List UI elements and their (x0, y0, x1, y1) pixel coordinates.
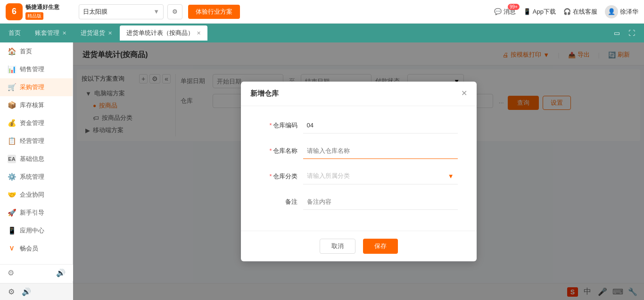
remark-row: 备注 (260, 194, 458, 210)
warehouse-code-row: 仓库编码 (260, 117, 458, 133)
modal-footer: 取消 保存 (241, 231, 477, 261)
warehouse-name-input[interactable] (303, 143, 458, 159)
tab-bar: 首页 账套管理 ✕ 进货退货 ✕ 进货单统计表（按商品） ✕ ▭ ⛶ (0, 24, 644, 42)
sidebar-item-apps[interactable]: 📱 应用中心 (0, 222, 73, 240)
sidebar-item-operations[interactable]: 📋 经营管理 (0, 132, 73, 150)
message-icon: 💬 (494, 8, 502, 15)
category-select-arrow-icon: ▼ (448, 173, 454, 180)
dropdown-arrow-icon: ▼ (153, 8, 159, 15)
apps-icon: 📱 (8, 226, 16, 235)
warehouse-name-label: 仓库名称 (260, 147, 297, 155)
top-header: 6 畅捷通好生意 精品版 日太阳膜 ▼ ⚙ 体验行业方案 💬 消息 99+ 📱 … (0, 0, 644, 24)
logo-icon: 6 (6, 3, 23, 20)
warehouse-category-row: 仓库分类 请输入所属分类 ▼ (260, 168, 458, 184)
tab-home[interactable]: 首页 (2, 25, 27, 41)
header-right: 💬 消息 99+ 📱 App下载 🎧 在线客服 👤 徐泽华 (494, 5, 638, 18)
main-layout: 🏠 首页 📊 销售管理 🛒 采购管理 📦 库存核算 💰 资金管理 📋 经营管理 … (0, 42, 644, 300)
purchase-icon: 🛒 (8, 83, 16, 92)
experience-button[interactable]: 体验行业方案 (188, 5, 240, 19)
sidebar-item-basic-info[interactable]: EA 基础信息 (0, 150, 73, 168)
phone-icon: 📱 (523, 8, 531, 15)
warehouse-name-row: 仓库名称 (260, 143, 458, 159)
store-search-select[interactable]: 日太阳膜 ▼ (79, 4, 164, 19)
sidebar-settings-icon[interactable]: ⚙ (8, 268, 14, 277)
modal-close-btn[interactable]: ✕ (461, 90, 467, 97)
sidebar-sound-icon[interactable]: 🔊 (56, 268, 66, 277)
sidebar-item-system[interactable]: ⚙️ 系统管理 (0, 168, 73, 186)
warehouse-code-label: 仓库编码 (260, 121, 297, 130)
sidebar-item-purchase[interactable]: 🛒 采购管理 (0, 78, 73, 96)
save-button[interactable]: 保存 (363, 239, 398, 254)
modal-header: 新增仓库 ✕ (241, 82, 477, 106)
vip-icon: V (8, 244, 16, 253)
tab-close-stats[interactable]: ✕ (197, 30, 201, 36)
tab-purchase-stats[interactable]: 进货单统计表（按商品） ✕ (120, 25, 207, 41)
tab-close-account[interactable]: ✕ (62, 30, 66, 36)
home-icon: 🏠 (8, 47, 16, 56)
sidebar-item-newbie[interactable]: 🚀 新手引导 (0, 204, 73, 222)
sidebar-item-enterprise[interactable]: 🤝 企业协同 (0, 186, 73, 204)
bottom-left: ⚙ 🔊 (6, 286, 32, 298)
sidebar-item-finance[interactable]: 💰 资金管理 (0, 114, 73, 132)
user-profile[interactable]: 👤 徐泽华 (605, 5, 638, 18)
bottom-sound-icon[interactable]: 🔊 (21, 286, 32, 298)
system-icon: ⚙️ (8, 173, 16, 181)
enterprise-icon: 🤝 (8, 191, 16, 199)
sales-icon: 📊 (8, 65, 16, 74)
avatar: 👤 (605, 5, 618, 18)
bottom-settings-icon[interactable]: ⚙ (6, 286, 17, 298)
tab-minimize-btn[interactable]: ▭ (610, 26, 623, 40)
settings-icon-btn[interactable]: ⚙ (167, 4, 182, 19)
newbie-icon: 🚀 (8, 208, 16, 217)
inventory-icon: 📦 (8, 101, 16, 109)
modal-overlay: 新增仓库 ✕ 仓库编码 仓库名称 仓库分类 (73, 42, 644, 300)
modal-title: 新增仓库 (250, 89, 279, 98)
tab-account[interactable]: 账套管理 ✕ (28, 25, 73, 41)
sidebar-item-home[interactable]: 🏠 首页 (0, 42, 73, 60)
finance-icon: 💰 (8, 119, 16, 127)
tab-maximize-btn[interactable]: ⛶ (625, 26, 638, 40)
sidebar: 🏠 首页 📊 销售管理 🛒 采购管理 📦 库存核算 💰 资金管理 📋 经营管理 … (0, 42, 73, 300)
remark-input[interactable] (303, 194, 458, 210)
sidebar-item-inventory[interactable]: 📦 库存核算 (0, 96, 73, 114)
sidebar-item-vip[interactable]: V 畅会员 (0, 240, 73, 258)
headset-icon: 🎧 (563, 8, 571, 15)
app-download-btn[interactable]: 📱 App下载 (523, 8, 556, 16)
warehouse-category-label: 仓库分类 (260, 172, 297, 181)
basic-info-icon: EA (8, 155, 16, 163)
logo-text: 畅捷通好生意 精品版 (25, 3, 59, 20)
online-service-btn[interactable]: 🎧 在线客服 (563, 8, 597, 16)
tab-purchase-return[interactable]: 进货退货 ✕ (74, 25, 119, 41)
cancel-button[interactable]: 取消 (320, 239, 355, 254)
remark-label: 备注 (260, 198, 297, 206)
logo-area: 6 畅捷通好生意 精品版 (6, 3, 79, 20)
operations-icon: 📋 (8, 137, 16, 145)
add-warehouse-modal: 新增仓库 ✕ 仓库编码 仓库名称 仓库分类 (241, 82, 477, 261)
sidebar-item-sales[interactable]: 📊 销售管理 (0, 60, 73, 78)
warehouse-code-input[interactable] (303, 117, 458, 133)
messages-btn[interactable]: 💬 消息 99+ (494, 8, 516, 16)
tab-actions: ▭ ⛶ (610, 26, 642, 40)
search-area: 日太阳膜 ▼ ⚙ 体验行业方案 (79, 4, 494, 19)
tab-close-purchase[interactable]: ✕ (108, 30, 112, 36)
modal-body: 仓库编码 仓库名称 仓库分类 请输入所属分类 ▼ (241, 106, 477, 231)
warehouse-category-select[interactable]: 请输入所属分类 ▼ (303, 168, 458, 184)
content-area: 进货单统计(按商品) 🖨 按模板打印 ▼ | 📤 导出 | 🔄 刷新 (73, 42, 644, 300)
